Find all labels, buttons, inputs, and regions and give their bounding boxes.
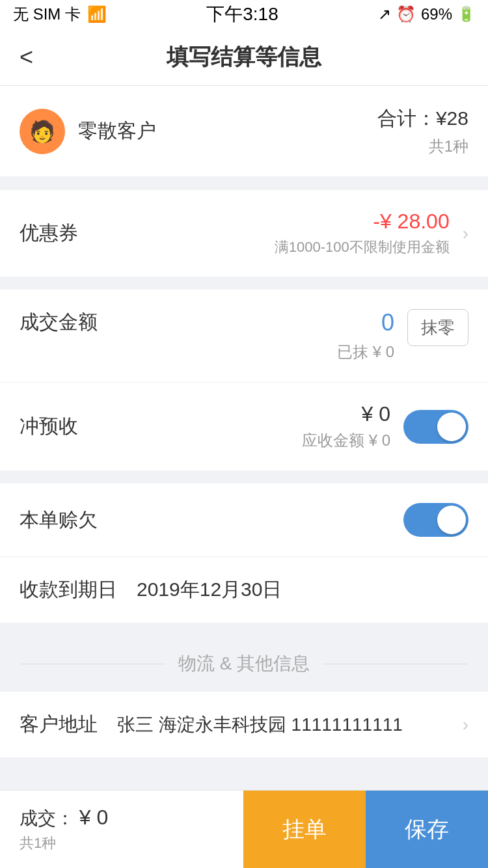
logistics-divider-section: 物流 & 其他信息 [0, 636, 488, 692]
prereceive-sub: 应收金额 ¥ 0 [302, 430, 390, 451]
duedate-value: 2019年12月30日 [137, 576, 282, 603]
transaction-label: 成交金额 [20, 309, 98, 336]
content-area: 🧑 零散客户 合计：¥28 共1种 优惠券 -¥ 28.00 满1000-100… [0, 86, 488, 868]
transaction-right: 0 已抹 ¥ 0 抹零 [337, 309, 468, 362]
toggle-knob [437, 413, 466, 441]
footer-summary-amount: ¥ 0 [79, 806, 108, 829]
transaction-row: 成交金额 0 已抹 ¥ 0 抹零 [0, 290, 488, 383]
debt-toggle-knob [437, 506, 466, 534]
logistics-label: 物流 & 其他信息 [178, 651, 310, 676]
footer-summary-label: 成交： [20, 808, 74, 828]
footer: 成交： ¥ 0 共1种 挂单 保存 [0, 790, 488, 868]
customer-avatar: 🧑 [20, 109, 65, 154]
transaction-amount-area: 0 已抹 ¥ 0 [337, 309, 394, 362]
footer-summary-area: 成交： ¥ 0 共1种 [0, 791, 243, 868]
duedate-label: 收款到期日 [20, 576, 117, 603]
debt-label: 本单赊欠 [20, 507, 98, 534]
transaction-amount: 0 [337, 309, 394, 336]
carrier-text: 无 SIM 卡 [13, 4, 81, 25]
address-card[interactable]: 客户地址 张三 海淀永丰科技园 11111111111 › [0, 692, 488, 757]
battery-text: 69% [421, 5, 452, 23]
divider-line-right [323, 664, 468, 664]
prereceive-amount: ¥ 0 [302, 402, 390, 426]
coupon-row[interactable]: 优惠券 -¥ 28.00 满1000-100不限制使用金额 › [0, 189, 488, 277]
divider-line-left [20, 664, 165, 664]
prereceive-label: 冲预收 [20, 413, 78, 440]
customer-total-amount: 合计：¥28 [377, 105, 468, 132]
round-zero-button[interactable]: 抹零 [407, 309, 468, 346]
status-right: ↗ ⏰ 69% 🔋 [378, 5, 475, 23]
page-title: 填写结算等信息 [167, 42, 321, 72]
save-button[interactable]: 保存 [366, 791, 488, 868]
prereceive-right: ¥ 0 应收金额 ¥ 0 [302, 402, 468, 451]
wifi-icon: 📶 [87, 5, 107, 23]
customer-name: 零散客户 [78, 118, 156, 144]
footer-count: 共1种 [20, 834, 224, 853]
customer-total-area: 合计：¥28 共1种 [377, 105, 468, 157]
address-label: 客户地址 [20, 711, 98, 738]
pending-button[interactable]: 挂单 [243, 791, 366, 868]
coupon-card[interactable]: 优惠券 -¥ 28.00 满1000-100不限制使用金额 › [0, 189, 488, 277]
address-value: 张三 海淀永丰科技园 11111111111 [117, 712, 403, 737]
customer-card: 🧑 零散客户 合计：¥28 共1种 [0, 86, 488, 176]
prereceive-amount-area: ¥ 0 应收金额 ¥ 0 [302, 402, 390, 451]
nav-bar: < 填写结算等信息 [0, 29, 488, 86]
alarm-icon: ⏰ [396, 5, 416, 23]
logistics-divider: 物流 & 其他信息 [20, 651, 468, 676]
coupon-details: -¥ 28.00 满1000-100不限制使用金额 [275, 210, 450, 257]
status-bar: 无 SIM 卡 📶 下午3:18 ↗ ⏰ 69% 🔋 [0, 0, 488, 29]
status-time: 下午3:18 [206, 2, 278, 27]
coupon-desc: 满1000-100不限制使用金额 [275, 237, 450, 257]
avatar-icon: 🧑 [29, 119, 55, 144]
debt-card: 本单赊欠 收款到期日 2019年12月30日 [0, 483, 488, 623]
customer-row: 🧑 零散客户 合计：¥28 共1种 [0, 86, 488, 176]
location-icon: ↗ [378, 5, 391, 23]
footer-summary-line: 成交： ¥ 0 [20, 806, 224, 831]
prereceive-row: 冲预收 ¥ 0 应收金额 ¥ 0 [0, 383, 488, 470]
coupon-label: 优惠券 [20, 220, 78, 247]
customer-info-left: 🧑 零散客户 [20, 109, 156, 154]
back-button[interactable]: < [20, 44, 33, 71]
address-row[interactable]: 客户地址 张三 海淀永丰科技园 11111111111 › [0, 692, 488, 757]
status-left: 无 SIM 卡 📶 [13, 4, 107, 25]
transaction-sub: 已抹 ¥ 0 [337, 342, 394, 362]
debt-row: 本单赊欠 [0, 483, 488, 556]
payment-card: 成交金额 0 已抹 ¥ 0 抹零 冲预收 ¥ 0 应收金额 ¥ 0 [0, 290, 488, 470]
debt-toggle[interactable] [403, 503, 468, 537]
address-chevron-icon: › [463, 714, 468, 735]
chevron-right-icon: › [463, 223, 468, 244]
duedate-row: 收款到期日 2019年12月30日 [0, 556, 488, 623]
customer-total-count: 共1种 [377, 136, 468, 157]
battery-icon: 🔋 [457, 6, 475, 23]
prereceive-toggle[interactable] [403, 410, 468, 444]
coupon-right-area: -¥ 28.00 满1000-100不限制使用金额 › [275, 210, 468, 257]
coupon-amount: -¥ 28.00 [275, 210, 450, 234]
address-left: 客户地址 张三 海淀永丰科技园 11111111111 [20, 711, 403, 738]
